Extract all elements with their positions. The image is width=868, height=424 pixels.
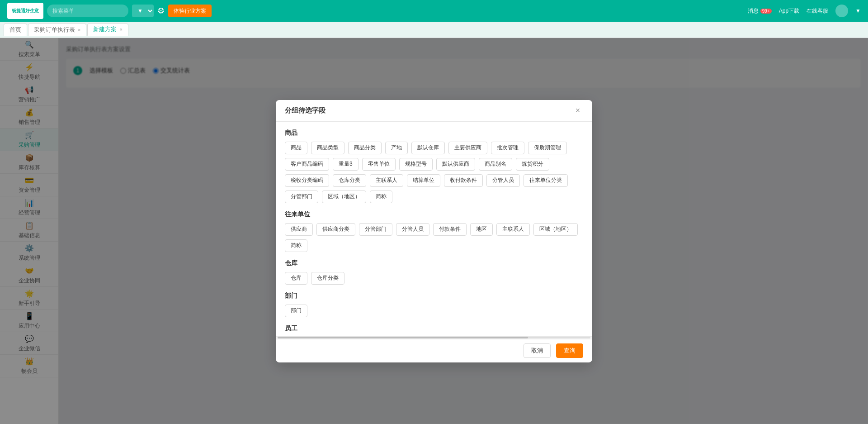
field-tag-supplier-category[interactable]: 供应商分类 (316, 223, 355, 236)
tab-purchase-label: 采购订单执行表 (34, 26, 75, 34)
field-tag-customer-code[interactable]: 客户商品编码 (285, 158, 329, 171)
field-tag-shelf-life[interactable]: 保质期管理 (528, 142, 567, 154)
field-tags-warehouse: 仓库 仓库分类 (285, 272, 583, 285)
modal-overlay: 分组待选字段 × 商品 商品 商品类型 商品分类 产地 默认仓库 主要供应商 批… (0, 38, 868, 424)
modal-horizontal-scrollbar[interactable] (276, 336, 592, 339)
tab-new-plan-label: 新建方案 (93, 25, 117, 33)
field-tag-payment-condition[interactable]: 付款条件 (433, 223, 467, 236)
field-tag-partner-dept[interactable]: 分管部门 (359, 223, 392, 236)
field-tag-batch-mgmt[interactable]: 批次管理 (491, 142, 524, 154)
field-tags-department: 部门 (285, 305, 583, 317)
tab-purchase-close[interactable]: × (78, 27, 80, 33)
app-logo: 畅捷通好生意 (7, 3, 43, 19)
field-tag-supervisor[interactable]: 分管人员 (486, 174, 520, 187)
field-tag-tax-code[interactable]: 税收分类编码 (285, 174, 329, 187)
settings-icon[interactable]: ⚙ (157, 6, 165, 16)
online-service-link[interactable]: 在线客服 (807, 7, 828, 15)
field-group-warehouse-title: 仓库 (285, 259, 583, 267)
modal-close-btn[interactable]: × (572, 105, 583, 116)
field-tag-partner-short[interactable]: 简称 (285, 239, 307, 252)
field-tag-supplier[interactable]: 供应商 (285, 223, 313, 236)
field-group-product: 商品 商品 商品类型 商品分类 产地 默认仓库 主要供应商 批次管理 保质期管理… (285, 129, 583, 203)
field-tag-product-category[interactable]: 商品分类 (348, 142, 382, 154)
field-tag-points[interactable]: 炼货积分 (516, 158, 549, 171)
tab-purchase-list[interactable]: 采购订单执行表 × (28, 24, 86, 36)
tab-new-plan[interactable]: 新建方案 × (87, 24, 128, 36)
field-tag-default-supplier[interactable]: 默认供应商 (436, 158, 475, 171)
field-tag-product-type[interactable]: 商品类型 (311, 142, 344, 154)
tab-home-label: 首页 (9, 26, 21, 34)
field-tag-spec-model[interactable]: 规格型号 (399, 158, 433, 171)
field-group-warehouse: 仓库 仓库 仓库分类 (285, 259, 583, 285)
field-tag-main-supplier[interactable]: 主要供应商 (448, 142, 487, 154)
field-tag-origin[interactable]: 产地 (385, 142, 408, 154)
nav-dropdown[interactable]: ▼ (132, 5, 154, 17)
field-tags-partner: 供应商 供应商分类 分管部门 分管人员 付款条件 地区 主联系人 区域（地区） … (285, 223, 583, 252)
field-tag-product[interactable]: 商品 (285, 142, 307, 154)
field-tag-default-warehouse[interactable]: 默认仓库 (411, 142, 445, 154)
top-navigation: 畅捷通好生意 ▼ ⚙ 体验行业方案 消息 99+ App下载 在线客服 ▼ (0, 0, 868, 22)
field-tag-region[interactable]: 区域（地区） (322, 191, 366, 203)
field-tag-area[interactable]: 地区 (470, 223, 493, 236)
field-tag-partner-contact[interactable]: 主联系人 (496, 223, 530, 236)
tab-home[interactable]: 首页 (4, 24, 27, 36)
cancel-button[interactable]: 取消 (524, 343, 551, 358)
field-group-employee-title: 员工 (285, 324, 583, 333)
field-tag-short-name[interactable]: 简称 (370, 191, 392, 203)
field-tag-settlement-unit[interactable]: 结算单位 (407, 174, 440, 187)
field-group-employee: 员工 业务员 (285, 324, 583, 336)
field-tag-partner-supervisor[interactable]: 分管人员 (396, 223, 429, 236)
field-tag-main-contact[interactable]: 主联系人 (370, 174, 403, 187)
app-download-link[interactable]: App下载 (779, 7, 799, 15)
field-tag-warehouse-cat[interactable]: 仓库分类 (311, 272, 344, 285)
field-tag-warehouse-category[interactable]: 仓库分类 (333, 174, 366, 187)
tab-bar: 首页 采购订单执行表 × 新建方案 × (0, 22, 868, 38)
field-tag-partner-region[interactable]: 区域（地区） (533, 223, 578, 236)
field-group-partner: 往来单位 供应商 供应商分类 分管部门 分管人员 付款条件 地区 主联系人 区域… (285, 210, 583, 252)
message-area[interactable]: 消息 99+ (748, 7, 771, 15)
modal-body[interactable]: 商品 商品 商品类型 商品分类 产地 默认仓库 主要供应商 批次管理 保质期管理… (276, 122, 592, 336)
menu-search-input[interactable] (47, 5, 128, 17)
tab-new-plan-close[interactable]: × (119, 27, 122, 32)
field-group-product-title: 商品 (285, 129, 583, 137)
field-group-partner-title: 往来单位 (285, 210, 583, 219)
user-dropdown-arrow[interactable]: ▼ (855, 8, 861, 14)
field-tag-payment-terms[interactable]: 收付款条件 (444, 174, 483, 187)
field-group-department-title: 部门 (285, 292, 583, 300)
field-group-department: 部门 部门 (285, 292, 583, 317)
user-avatar[interactable] (835, 5, 848, 17)
confirm-button[interactable]: 查询 (556, 343, 583, 358)
top-right-area: 消息 99+ App下载 在线客服 ▼ (748, 5, 861, 17)
modal-footer: 取消 查询 (276, 339, 592, 362)
modal-header: 分组待选字段 × (276, 100, 592, 122)
field-tag-retail-unit[interactable]: 零售单位 (362, 158, 396, 171)
field-tag-partner-category[interactable]: 往来单位分类 (524, 174, 568, 187)
field-select-modal: 分组待选字段 × 商品 商品 商品类型 商品分类 产地 默认仓库 主要供应商 批… (276, 100, 592, 362)
modal-title: 分组待选字段 (285, 106, 326, 115)
field-tag-warehouse[interactable]: 仓库 (285, 272, 307, 285)
field-tags-product: 商品 商品类型 商品分类 产地 默认仓库 主要供应商 批次管理 保质期管理 客户… (285, 142, 583, 203)
experience-btn[interactable]: 体验行业方案 (168, 5, 212, 17)
field-tag-dept[interactable]: 分管部门 (285, 191, 318, 203)
field-tag-weight3[interactable]: 重量3 (333, 158, 359, 171)
field-tag-product-alias[interactable]: 商品别名 (479, 158, 512, 171)
field-tag-department[interactable]: 部门 (285, 305, 307, 317)
